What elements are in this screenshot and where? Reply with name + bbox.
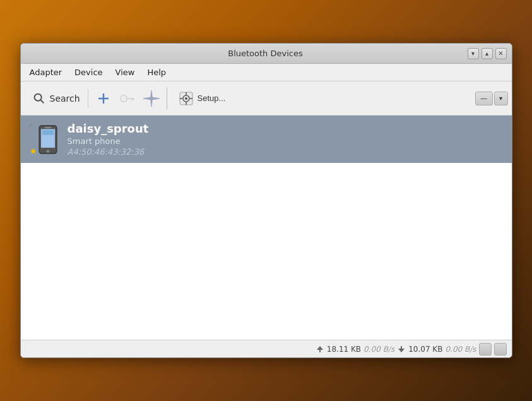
toolbar-right: — ▾ bbox=[475, 92, 508, 105]
device-type: Smart phone bbox=[68, 136, 149, 146]
download-arrow-icon bbox=[397, 345, 406, 354]
bluetooth-indicator-icon: ↗ bbox=[27, 122, 33, 130]
dropdown-symbol: ▾ bbox=[499, 95, 502, 102]
menu-adapter[interactable]: Adapter bbox=[23, 65, 69, 80]
svg-point-0 bbox=[34, 93, 41, 100]
close-titlebar-button[interactable]: ✕ bbox=[495, 48, 507, 59]
device-name: daisy_sprout bbox=[68, 122, 149, 135]
titlebar: Bluetooth Devices ▾ ▴ ✕ bbox=[21, 44, 512, 64]
sparkle-icon bbox=[142, 89, 161, 108]
svg-marker-22 bbox=[398, 349, 405, 352]
device-address: A4:50:46:43:32:36 bbox=[68, 147, 149, 157]
maximize-titlebar-button[interactable]: ▴ bbox=[482, 48, 493, 59]
svg-rect-17 bbox=[44, 126, 51, 128]
minimize-symbol: — bbox=[480, 94, 487, 102]
setup-icon bbox=[177, 90, 195, 107]
svg-point-18 bbox=[46, 150, 49, 153]
status-icon-button-2[interactable] bbox=[494, 343, 507, 356]
statusbar: 18.11 KB 0.00 B/s 10.07 KB 0.00 B/s bbox=[21, 340, 512, 357]
menubar: Adapter Device View Help bbox=[21, 64, 512, 81]
sparkle-button[interactable] bbox=[140, 87, 163, 110]
menu-help[interactable]: Help bbox=[141, 65, 172, 80]
add-icon bbox=[97, 92, 110, 105]
upload-size: 18.11 KB bbox=[327, 345, 361, 354]
add-device-button[interactable] bbox=[92, 87, 115, 110]
key-icon bbox=[120, 93, 135, 104]
minimize-titlebar-button[interactable]: ▾ bbox=[468, 48, 479, 59]
pair-button[interactable] bbox=[116, 87, 139, 110]
svg-rect-23 bbox=[401, 346, 402, 349]
bluetooth-window: Bluetooth Devices ▾ ▴ ✕ Adapter Device V… bbox=[20, 43, 512, 358]
device-list-item[interactable]: ↗ ★ bbox=[21, 116, 512, 163]
menu-device[interactable]: Device bbox=[68, 65, 109, 80]
device-icon-area: ↗ ★ bbox=[30, 123, 60, 156]
search-icon bbox=[32, 92, 46, 105]
setup-label: Setup... bbox=[198, 93, 226, 103]
toolbar-dropdown-button[interactable]: ▾ bbox=[494, 92, 508, 105]
device-list: ↗ ★ bbox=[21, 116, 512, 340]
device-list-empty-area bbox=[21, 163, 512, 340]
svg-marker-20 bbox=[317, 346, 323, 350]
window-title: Bluetooth Devices bbox=[64, 49, 468, 58]
toolbar-minimize-button[interactable]: — bbox=[475, 92, 493, 105]
toolbar-separator bbox=[167, 87, 167, 110]
svg-point-4 bbox=[120, 95, 126, 101]
download-speed: 0.00 B/s bbox=[445, 345, 476, 354]
search-label: Search bbox=[50, 93, 80, 104]
toolbar: Search bbox=[21, 81, 512, 116]
svg-point-10 bbox=[185, 97, 187, 100]
titlebar-controls: ▾ ▴ ✕ bbox=[468, 48, 507, 59]
trusted-star-icon: ★ bbox=[30, 146, 38, 156]
menu-view[interactable]: View bbox=[109, 65, 141, 80]
upload-speed: 0.00 B/s bbox=[364, 345, 394, 354]
upload-arrow-icon bbox=[316, 345, 324, 354]
search-button[interactable]: Search bbox=[25, 89, 88, 108]
status-icon-button-1[interactable] bbox=[479, 343, 492, 356]
svg-rect-19 bbox=[42, 130, 53, 135]
device-info: daisy_sprout Smart phone A4:50:46:43:32:… bbox=[68, 122, 149, 157]
download-size: 10.07 KB bbox=[408, 345, 442, 354]
phone-icon bbox=[36, 124, 60, 157]
svg-rect-21 bbox=[319, 350, 321, 352]
setup-button[interactable]: Setup... bbox=[171, 87, 232, 110]
svg-line-1 bbox=[40, 100, 44, 103]
